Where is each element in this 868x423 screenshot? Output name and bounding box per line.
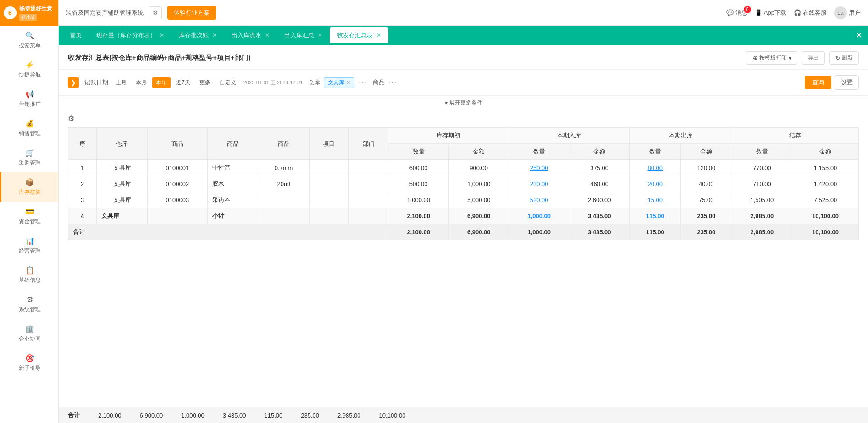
tab-close-4[interactable]: ✕ <box>318 32 322 38</box>
sidebar-item-marketing[interactable]: 📢营销推广 <box>0 84 58 114</box>
print-icon: 🖨 <box>752 55 757 61</box>
table-settings-icon[interactable]: ⚙ <box>68 114 74 123</box>
expand-more-btn[interactable]: ▾ 展开更多条件 <box>59 96 868 110</box>
tab-close-5[interactable]: ✕ <box>376 32 381 38</box>
sidebar-label-newguide: 新手引导 <box>19 364 41 372</box>
bottom-open-amt: 6,900.00 <box>140 412 163 419</box>
sidebar-item-newguide[interactable]: 🎯新手引导 <box>0 348 58 378</box>
sidebar-item-purchase[interactable]: 🛒采购管理 <box>0 143 58 172</box>
col-opening-group: 库存期初 <box>388 128 509 144</box>
cell-project-0 <box>309 160 348 176</box>
sidebar-item-search[interactable]: 🔍搜索菜单 <box>0 26 58 55</box>
filter-actions-right: 查询 设置 <box>805 75 859 90</box>
online-service-label: 在线客服 <box>803 9 827 17</box>
tab-item-3[interactable]: 出入库流水✕ <box>224 27 277 43</box>
cell-name-3: 小计 <box>208 208 258 224</box>
online-service[interactable]: 🎧 在线客服 <box>794 9 827 17</box>
cell-dept-3 <box>349 208 388 224</box>
date-btn-自定义[interactable]: 自定义 <box>216 77 240 88</box>
bottom-out-qty: 115.00 <box>264 412 282 419</box>
experience-btn[interactable]: 体验行业方案 <box>167 6 216 20</box>
cell-out-qty-1[interactable]: 20.00 <box>630 176 681 192</box>
tab-close-2[interactable]: ✕ <box>212 32 217 38</box>
col-out-amt: 金额 <box>681 144 732 160</box>
cell-open-amt-3: 6,900.00 <box>448 208 509 224</box>
date-btn-本月[interactable]: 本月 <box>132 77 150 88</box>
cell-out-qty-0[interactable]: 80.00 <box>630 160 681 176</box>
tab-close-3[interactable]: ✕ <box>265 32 270 38</box>
cell-close-qty-1: 710.00 <box>732 176 792 192</box>
bottom-open-qty: 2,100.00 <box>98 412 122 419</box>
cell-in-qty-1[interactable]: 230.00 <box>509 176 569 192</box>
cell-spec-1: 20ml <box>258 176 310 192</box>
tab-bar-close-btn[interactable]: ✕ <box>854 28 864 42</box>
cell-in-qty-3[interactable]: 1,000.00 <box>509 208 569 224</box>
cell-out-qty-3[interactable]: 115.00 <box>630 208 681 224</box>
goods-label: 商品 <box>373 78 385 87</box>
tab-item-5[interactable]: 收发存汇总表✕ <box>330 27 388 43</box>
filter-toggle-btn[interactable]: ❯ <box>68 77 79 88</box>
app-download[interactable]: 📱 App下载 <box>755 9 786 17</box>
bottom-close-amt: 10,100.00 <box>379 412 406 419</box>
warehouse-remove-btn[interactable]: ✕ <box>346 80 350 86</box>
date-btn-上月[interactable]: 上月 <box>112 77 130 88</box>
warehouse-label: 仓库 <box>308 78 320 87</box>
sidebar-item-operation[interactable]: 📊经营管理 <box>0 231 58 260</box>
app-download-label: App下载 <box>764 9 786 17</box>
tab-item-0[interactable]: 首页 <box>62 27 89 43</box>
user-avatar: Ea <box>834 6 847 19</box>
date-btn-更多[interactable]: 更多 <box>196 77 214 88</box>
tab-item-1[interactable]: 现存量（库存分布表）✕ <box>89 27 171 43</box>
sidebar-item-system[interactable]: ⚙系统管理 <box>0 290 58 319</box>
notification-bell[interactable]: 💬 消息 6 <box>726 9 747 17</box>
gear-button[interactable]: ⚙ <box>149 6 162 19</box>
logo-text-block: 畅捷通好生意 标准版 <box>19 5 52 21</box>
user-menu[interactable]: Ea 用户 <box>834 6 861 19</box>
cell-name-0: 中性笔 <box>208 160 258 176</box>
cell-no-0: 1 <box>68 160 97 176</box>
user-label: 用户 <box>849 9 861 17</box>
date-btn-本年[interactable]: 本年 <box>152 77 171 88</box>
goods-more-btn[interactable]: ··· <box>388 78 397 87</box>
page-title: 收发存汇总表(按仓库+商品编码+商品+规格型号+项目+部门) <box>68 54 251 62</box>
cell-out-amt-2: 75.00 <box>681 192 732 208</box>
cell-code-1: 0100002 <box>147 176 208 192</box>
tab-item-4[interactable]: 出入库汇总✕ <box>277 27 330 43</box>
page-content: 收发存汇总表(按仓库+商品编码+商品+规格型号+项目+部门) 🖨 按模板打印 ▾… <box>59 45 868 407</box>
cell-name-2: 采访本 <box>208 192 258 208</box>
tab-item-2[interactable]: 库存批次账✕ <box>171 27 224 43</box>
tab-label-0: 首页 <box>70 31 82 39</box>
cell-in-qty-2[interactable]: 520.00 <box>509 192 569 208</box>
col-project: 项目 <box>309 128 348 160</box>
sidebar-item-inventory[interactable]: 📦库存核算 <box>0 172 58 202</box>
cell-out-qty-2[interactable]: 15.00 <box>630 192 681 208</box>
cell-out-amt-3: 235.00 <box>681 208 732 224</box>
col-goods-name: 商品 <box>208 128 258 160</box>
newguide-icon: 🎯 <box>25 354 34 363</box>
sidebar-item-basic[interactable]: 📋基础信息 <box>0 260 58 290</box>
cell-project-1 <box>309 176 348 192</box>
sidebar-label-search: 搜索菜单 <box>19 42 41 49</box>
set-btn[interactable]: 设置 <box>835 75 859 90</box>
tab-close-1[interactable]: ✕ <box>160 32 164 38</box>
logo-app-name: 畅捷通好生意 <box>19 5 52 13</box>
refresh-btn[interactable]: ↻ 刷新 <box>829 51 859 65</box>
tab-label-1: 现存量（库存分布表） <box>96 31 156 39</box>
purchase-icon: 🛒 <box>25 148 34 157</box>
cell-in-qty-0[interactable]: 250.00 <box>509 160 569 176</box>
warehouse-more-btn[interactable]: ··· <box>358 78 367 87</box>
date-btn-近7天[interactable]: 近7天 <box>172 77 194 88</box>
sidebar-item-sales[interactable]: 💰销售管理 <box>0 114 58 143</box>
cell-out-amt-1: 40.00 <box>681 176 732 192</box>
col-opening-amt: 金额 <box>448 144 509 160</box>
sidebar-item-quicknav[interactable]: ⚡快捷导航 <box>0 55 58 84</box>
sidebar-item-enterprise[interactable]: 🏢企业协同 <box>0 319 58 348</box>
cell-close-qty-0: 770.00 <box>732 160 792 176</box>
page-inner: 收发存汇总表(按仓库+商品编码+商品+规格型号+项目+部门) 🖨 按模板打印 ▾… <box>59 45 868 407</box>
query-btn[interactable]: 查询 <box>805 76 831 89</box>
sidebar-item-finance[interactable]: 💳资金管理 <box>0 202 58 231</box>
export-btn[interactable]: 导出 <box>802 51 825 65</box>
data-table: 序 仓库 商品 商品 商品 项目 部门 库存期初 本期入库 本期出库 结存 <box>68 127 859 240</box>
print-btn[interactable]: 🖨 按模板打印 ▾ <box>746 51 797 65</box>
bottom-in-amt: 3,435.00 <box>223 412 246 419</box>
